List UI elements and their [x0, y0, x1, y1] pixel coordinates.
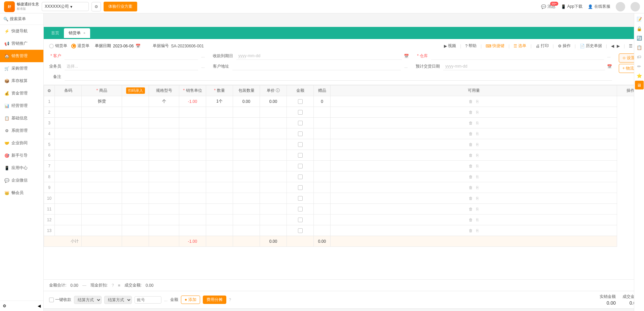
cell-gift[interactable]	[287, 225, 314, 236]
salesperson-input[interactable]	[65, 63, 198, 70]
sidebar-collapse-icon[interactable]: ◀	[38, 304, 41, 308]
delete-icon[interactable]: 🗑	[469, 142, 473, 147]
cell-gift[interactable]	[287, 96, 314, 107]
delete-icon[interactable]: 🗑	[469, 185, 473, 190]
sidebar-item-inventory[interactable]: 📦 库存核算	[0, 75, 43, 87]
cell-qty[interactable]	[179, 215, 206, 225]
copy-icon[interactable]: ⎘	[476, 131, 479, 136]
cell-spec[interactable]	[122, 182, 149, 193]
cell-unit[interactable]	[149, 225, 179, 236]
sidebar-settings-icon[interactable]: ⚙	[3, 304, 6, 308]
copy-icon[interactable]: ⎘	[476, 218, 479, 222]
cell-pkg[interactable]	[206, 193, 233, 204]
cell-amount[interactable]	[260, 182, 287, 193]
toolbar-help[interactable]: ? 帮助	[465, 43, 477, 49]
right-panel-icon-8[interactable]: 🖥	[635, 81, 644, 89]
customer-input[interactable]	[65, 52, 198, 60]
radio-sales[interactable]: 销货单	[49, 43, 67, 49]
tab-sales-order[interactable]: 销货单 ×	[64, 28, 90, 38]
delete-icon[interactable]: 🗑	[469, 110, 473, 115]
cell-goods[interactable]: 拆货	[82, 96, 122, 107]
cell-pkg[interactable]	[206, 204, 233, 215]
cell-barcode[interactable]	[55, 171, 82, 182]
cell-price[interactable]	[233, 161, 260, 171]
cell-goods[interactable]	[82, 225, 122, 236]
toolbar-select[interactable]: ☰ 选单	[514, 43, 526, 49]
copy-icon[interactable]: ⎘	[476, 142, 479, 147]
warehouse-dots-icon[interactable]: ...	[606, 54, 612, 59]
cell-goods[interactable]	[82, 215, 122, 225]
cell-pkg[interactable]	[206, 107, 233, 118]
delete-icon[interactable]: 🗑	[469, 174, 473, 179]
cell-unit[interactable]	[149, 118, 179, 128]
right-panel-icon-3[interactable]: 🔄	[635, 34, 644, 42]
toolbar-print[interactable]: 🖨 打印	[536, 43, 549, 49]
cell-pkg[interactable]	[206, 150, 233, 161]
cell-price[interactable]	[233, 225, 260, 236]
sidebar-item-finance[interactable]: 💰 资金管理	[0, 87, 43, 100]
customer-dots-icon[interactable]: ...	[200, 54, 206, 59]
cell-pkg[interactable]	[206, 139, 233, 150]
cell-unit[interactable]	[149, 128, 179, 139]
cell-price[interactable]	[233, 139, 260, 150]
sidebar-search[interactable]: 🔍 搜索菜单	[0, 13, 43, 25]
cell-pkg[interactable]	[206, 118, 233, 128]
delete-icon[interactable]: 🗑	[469, 164, 473, 168]
cell-gift[interactable]	[287, 128, 314, 139]
delete-icon[interactable]: 🗑	[469, 131, 473, 136]
sidebar-item-purchase[interactable]: 🛒 采购管理	[0, 62, 43, 75]
right-panel-icon-7[interactable]: ⭐	[635, 71, 644, 80]
sidebar-item-quick-nav[interactable]: ⚡ 快捷导航	[0, 25, 43, 37]
cell-goods[interactable]	[82, 139, 122, 150]
cell-unit[interactable]	[149, 139, 179, 150]
cell-pkg[interactable]	[206, 161, 233, 171]
message-btn[interactable]: 💬 消息 99+	[541, 4, 556, 9]
cell-price[interactable]: 0.00	[233, 96, 260, 107]
cell-qty[interactable]: -1.00	[179, 96, 206, 107]
cell-qty[interactable]	[179, 161, 206, 171]
cell-spec[interactable]	[122, 150, 149, 161]
toolbar-history[interactable]: 📄 历史单据	[580, 43, 602, 49]
cell-spec[interactable]	[122, 118, 149, 128]
sidebar-item-member[interactable]: 👑 畅会员	[0, 187, 43, 199]
cell-goods[interactable]	[82, 107, 122, 118]
cell-price[interactable]	[233, 128, 260, 139]
cell-qty[interactable]	[179, 204, 206, 215]
cell-gift[interactable]	[287, 182, 314, 193]
settings-icon[interactable]: ⚙	[91, 2, 101, 11]
cell-gift[interactable]	[287, 118, 314, 128]
cell-spec[interactable]	[122, 107, 149, 118]
sidebar-item-operations[interactable]: 📊 经营管理	[0, 100, 43, 112]
cell-unit[interactable]	[149, 204, 179, 215]
cell-price[interactable]	[233, 171, 260, 182]
cell-amount[interactable]	[260, 225, 287, 236]
cell-pkg[interactable]	[206, 171, 233, 182]
cell-spec[interactable]	[122, 139, 149, 150]
cell-goods[interactable]	[82, 204, 122, 215]
cell-pkg[interactable]	[206, 215, 233, 225]
cell-spec[interactable]	[122, 171, 149, 182]
toolbar-video[interactable]: ▶ 视频	[444, 43, 456, 49]
cell-gift[interactable]	[287, 107, 314, 118]
cell-qty[interactable]	[179, 118, 206, 128]
copy-icon[interactable]: ⎘	[476, 185, 479, 190]
cell-spec[interactable]	[122, 193, 149, 204]
toolbar-shortcut[interactable]: ⌨ 快捷键	[486, 43, 504, 49]
warehouse-input[interactable]: 建材仓	[431, 52, 604, 60]
account-dots-icon[interactable]: ...	[164, 298, 167, 302]
copy-icon[interactable]: ⎘	[476, 110, 479, 115]
cell-gift[interactable]	[287, 139, 314, 150]
cell-barcode[interactable]	[55, 139, 82, 150]
cell-spec[interactable]	[122, 128, 149, 139]
app-download-btn[interactable]: 📱 App下载	[561, 4, 582, 9]
cell-amount[interactable]	[260, 139, 287, 150]
cell-goods[interactable]	[82, 118, 122, 128]
calc-method-select[interactable]: 结算方式	[104, 296, 132, 304]
cell-barcode[interactable]	[55, 193, 82, 204]
cell-pkg[interactable]	[206, 182, 233, 193]
sidebar-item-app-center[interactable]: 📱 应用中心	[0, 162, 43, 174]
due-date-calendar-icon[interactable]: 📅	[404, 54, 409, 59]
cell-amount[interactable]	[260, 171, 287, 182]
notes-input[interactable]	[65, 73, 612, 81]
sidebar-item-enterprise[interactable]: 🤝 企业协同	[0, 137, 43, 149]
